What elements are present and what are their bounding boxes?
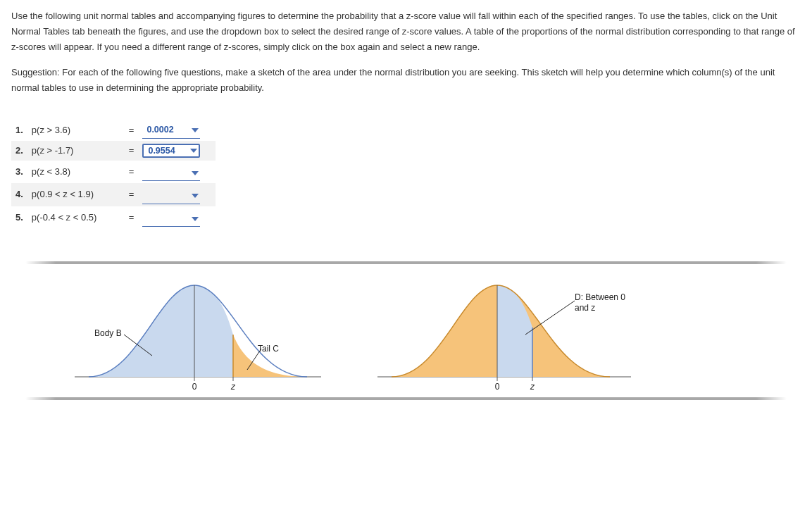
question-row: 1. p(z > 3.6) = 0.0002 bbox=[11, 120, 216, 140]
answer-dropdown-2[interactable]: 0.9554 bbox=[142, 144, 200, 158]
chevron-down-icon bbox=[190, 149, 197, 153]
equals-sign: = bbox=[125, 206, 139, 230]
axis-tick-z: z bbox=[530, 382, 535, 392]
divider-bottom bbox=[25, 397, 787, 400]
figure-between: 0 z D: Between 0 and z bbox=[356, 271, 652, 394]
figure-body-tail: 0 z Body B Tail C bbox=[54, 271, 335, 394]
question-number: 2. bbox=[11, 141, 27, 161]
answer-dropdown-1[interactable]: 0.0002 bbox=[142, 125, 200, 139]
figures-section: 0 z Body B Tail C bbox=[11, 261, 801, 400]
dropdown-value: 0.0002 bbox=[146, 123, 173, 137]
question-expression: p(z < 3.8) bbox=[27, 161, 125, 184]
question-number: 1. bbox=[11, 120, 27, 140]
instruction-paragraph-1: Use the following unit normal tables and… bbox=[11, 8, 801, 55]
question-number: 4. bbox=[11, 183, 27, 206]
chevron-down-icon bbox=[192, 128, 199, 132]
chevron-down-icon bbox=[192, 194, 199, 198]
label-body-b: Body B bbox=[94, 326, 122, 340]
equals-sign: = bbox=[125, 120, 139, 140]
label-tail-c: Tail C bbox=[258, 342, 279, 356]
question-expression: p(z > 3.6) bbox=[27, 120, 125, 140]
chevron-down-icon bbox=[192, 217, 199, 221]
chevron-down-icon bbox=[192, 171, 199, 175]
question-number: 5. bbox=[11, 206, 27, 230]
equals-sign: = bbox=[125, 161, 139, 184]
answer-dropdown-5[interactable] bbox=[142, 213, 200, 227]
answer-dropdown-3[interactable] bbox=[142, 167, 200, 181]
dropdown-value: 0.9554 bbox=[148, 144, 175, 158]
axis-tick-z: z bbox=[230, 382, 236, 392]
question-number: 3. bbox=[11, 161, 27, 184]
question-row: 4. p(0.9 < z < 1.9) = bbox=[11, 183, 216, 206]
instructions-block: Use the following unit normal tables and… bbox=[11, 8, 801, 96]
answer-dropdown-4[interactable] bbox=[142, 190, 200, 204]
question-expression: p(z > -1.7) bbox=[27, 141, 125, 161]
question-expression: p(0.9 < z < 1.9) bbox=[27, 183, 125, 206]
axis-tick-0: 0 bbox=[495, 382, 500, 392]
normal-curve-svg-2: 0 z bbox=[356, 271, 652, 394]
question-row: 5. p(-0.4 < z < 0.5) = bbox=[11, 206, 216, 230]
axis-tick-0: 0 bbox=[192, 382, 197, 392]
question-row: 2. p(z > -1.7) = 0.9554 bbox=[11, 141, 216, 161]
question-row: 3. p(z < 3.8) = bbox=[11, 161, 216, 184]
questions-list: 1. p(z > 3.6) = 0.0002 2. p(z > -1.7) = … bbox=[11, 120, 216, 229]
equals-sign: = bbox=[125, 141, 139, 161]
equals-sign: = bbox=[125, 183, 139, 206]
question-expression: p(-0.4 < z < 0.5) bbox=[27, 206, 125, 230]
label-between: D: Between 0 and z bbox=[575, 292, 625, 313]
instruction-paragraph-2: Suggestion: For each of the following fi… bbox=[11, 65, 801, 96]
